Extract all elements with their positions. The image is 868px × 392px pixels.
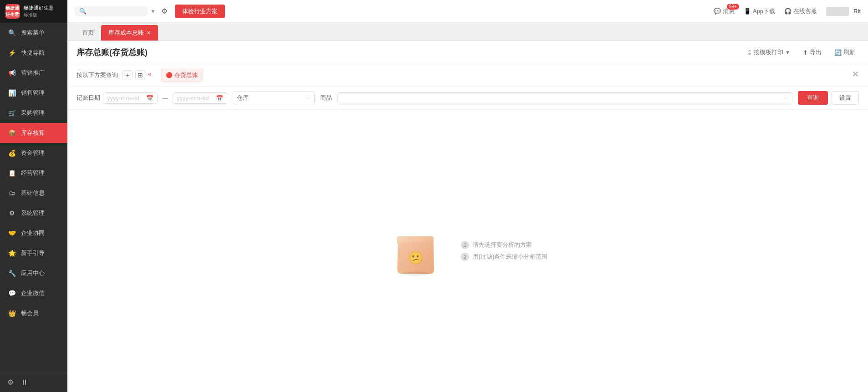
filter-row: 记账日期 yyyy-mm-dd 📅 — yyyy-mm-dd 📅 仓库 ··· bbox=[67, 87, 868, 110]
main-area: 🔍 ▼ ⚙ 体验行业方案 💬 消息 99+ 📱 App下载 🎧 在线客服 bbox=[67, 0, 868, 392]
date-label: 记账日期 bbox=[77, 94, 100, 102]
search-icon: 🔍 bbox=[79, 8, 87, 15]
tab-home[interactable]: 首页 bbox=[75, 25, 101, 41]
query-button[interactable]: 查询 bbox=[798, 91, 828, 105]
phone-icon: 📱 bbox=[744, 8, 751, 15]
settings-button[interactable]: 设置 bbox=[832, 91, 859, 105]
tab-close-icon[interactable]: ✕ bbox=[147, 31, 151, 36]
sidebar-item-label: 快捷导航 bbox=[21, 49, 45, 57]
warehouse-input[interactable]: 仓库 ··· bbox=[233, 92, 315, 104]
sidebar-item-label: 企业微信 bbox=[21, 289, 45, 297]
calendar-end-icon[interactable]: 📅 bbox=[216, 95, 223, 102]
wechat-icon: 💬 bbox=[7, 289, 16, 298]
date-start-input[interactable]: yyyy-mm-dd 📅 bbox=[103, 92, 158, 104]
sidebar-item-enterprise-wechat[interactable]: 💬 企业微信 bbox=[0, 283, 67, 303]
empty-tip-2: 2 用[过滤]条件来缩小分析范围 bbox=[461, 253, 547, 261]
sidebar-item-label: 资金管理 bbox=[21, 149, 45, 157]
newcomer-icon: 🌟 bbox=[7, 249, 16, 258]
sidebar-item-inventory[interactable]: 📦 库存核算 bbox=[0, 123, 67, 143]
sidebar-item-app-center[interactable]: 🔧 应用中心 bbox=[0, 263, 67, 283]
refresh-label: 刷新 bbox=[843, 48, 855, 56]
filter-add-btn[interactable]: + bbox=[123, 70, 133, 80]
print-template-btn[interactable]: 🖨 按模板打印 ▼ bbox=[742, 46, 794, 58]
refresh-btn[interactable]: 🔄 刷新 bbox=[831, 46, 859, 58]
topbar-dropdown-arrow[interactable]: ▼ bbox=[150, 8, 156, 15]
tab-inventory-ledger-label: 库存成本总账 bbox=[108, 29, 144, 37]
sidebar-item-label: 畅会员 bbox=[21, 309, 39, 317]
sidebar-item-enterprise[interactable]: 🤝 企业协同 bbox=[0, 223, 67, 243]
tip-num-2: 2 bbox=[461, 253, 469, 261]
sidebar-logo: 畅捷通好生意 畅捷通好生意 标准版 bbox=[0, 0, 67, 23]
warehouse-more-icon[interactable]: ··· bbox=[306, 95, 311, 101]
sidebar-item-label: 营销推广 bbox=[21, 69, 45, 77]
date-field: 记账日期 yyyy-mm-dd 📅 — yyyy-mm-dd 📅 bbox=[77, 92, 227, 104]
sidebar-item-system[interactable]: ⚙ 系统管理 bbox=[0, 203, 67, 223]
goods-more-icon[interactable]: ··· bbox=[784, 95, 788, 101]
sidebar-item-basic-info[interactable]: 🗂 基础信息 bbox=[0, 183, 67, 203]
basic-info-icon: 🗂 bbox=[7, 188, 16, 198]
box-shadow bbox=[402, 272, 429, 275]
warehouse-label: 仓库 bbox=[237, 94, 249, 102]
tab-inventory-ledger[interactable]: 库存成本总账 ✕ bbox=[101, 25, 158, 41]
sidebar-item-label: 基础信息 bbox=[21, 189, 45, 197]
empty-tips: 1 请先选择要分析的方案 2 用[过滤]条件来缩小分析范围 bbox=[461, 241, 547, 261]
empty-content: 😕 1 请先选择要分析的方案 2 用[过滤]条件来缩小分析范围 bbox=[388, 228, 547, 274]
filter-actions: + ⊞ « bbox=[123, 70, 152, 80]
purchase-icon: 🛒 bbox=[7, 108, 16, 117]
sidebar-item-finance[interactable]: 💰 资金管理 bbox=[0, 143, 67, 163]
user-avatar-placeholder bbox=[826, 7, 849, 16]
tip-num-1: 1 bbox=[461, 241, 469, 249]
topbar-gear-icon[interactable]: ⚙ bbox=[161, 7, 168, 15]
page-header: 库存总账(存货总账) 🖨 按模板打印 ▼ ⬆ 导出 🔄 刷新 bbox=[67, 41, 868, 64]
app-center-icon: 🔧 bbox=[7, 269, 16, 278]
industry-btn[interactable]: 体验行业方案 bbox=[175, 5, 225, 18]
filter-label: 按以下方案查询 bbox=[77, 71, 118, 79]
settings-footer-icon[interactable]: ⚙ bbox=[7, 378, 14, 387]
search-bar[interactable]: 🔍 bbox=[75, 6, 148, 16]
app-name: 畅捷通好生意 bbox=[24, 5, 54, 11]
sidebar-item-search[interactable]: 🔍 搜索菜单 bbox=[0, 23, 67, 43]
sidebar-nav: 🔍 搜索菜单 ⚡ 快捷导航 📢 营销推广 📊 销售管理 🛒 采购管理 📦 库存核… bbox=[0, 23, 67, 372]
page-title: 库存总账(存货总账) bbox=[77, 47, 148, 58]
content-close-btn[interactable]: ✕ bbox=[852, 69, 859, 79]
message-icon: 💬 bbox=[714, 8, 721, 15]
sidebar-item-newcomer[interactable]: 🌟 新手引导 bbox=[0, 243, 67, 263]
export-icon: ⬆ bbox=[803, 49, 808, 56]
date-separator: — bbox=[162, 95, 168, 102]
empty-state: 😕 1 请先选择要分析的方案 2 用[过滤]条件来缩小分析范围 bbox=[67, 110, 868, 392]
online-support-item[interactable]: 🎧 在线客服 bbox=[784, 7, 817, 15]
sidebar-item-label: 采购管理 bbox=[21, 109, 45, 117]
audio-icon[interactable]: ⏸ bbox=[21, 378, 28, 387]
tabbar: 首页 库存成本总账 ✕ bbox=[67, 23, 868, 41]
sidebar-item-quick-nav[interactable]: ⚡ 快捷导航 bbox=[0, 43, 67, 63]
search-icon: 🔍 bbox=[7, 28, 16, 37]
filter-right-buttons: 查询 设置 bbox=[798, 91, 859, 105]
box-face: 😕 bbox=[398, 242, 434, 274]
sidebar-item-marketing[interactable]: 📢 营销推广 bbox=[0, 63, 67, 83]
sidebar-item-sales[interactable]: 📊 销售管理 bbox=[0, 83, 67, 103]
sidebar-item-label: 经营管理 bbox=[21, 169, 45, 177]
date-end-input[interactable]: yyyy-mm-dd 📅 bbox=[173, 92, 227, 104]
filter-selected: 🔴 存货总账 bbox=[161, 69, 203, 81]
sidebar-item-vip[interactable]: 👑 畅会员 bbox=[0, 303, 67, 323]
vip-icon: 👑 bbox=[7, 309, 16, 318]
app-download-item[interactable]: 📱 App下载 bbox=[744, 7, 775, 15]
message-item[interactable]: 💬 消息 99+ bbox=[714, 7, 735, 15]
topbar-right: 💬 消息 99+ 📱 App下载 🎧 在线客服 Rit bbox=[714, 7, 861, 16]
sidebar: 畅捷通好生意 畅捷通好生意 标准版 🔍 搜索菜单 ⚡ 快捷导航 📢 营销推广 📊… bbox=[0, 0, 67, 392]
filter-view-btn[interactable]: ⊞ bbox=[135, 70, 145, 80]
date-start-placeholder: yyyy-mm-dd bbox=[107, 95, 139, 102]
calendar-start-icon[interactable]: 📅 bbox=[146, 95, 153, 102]
goods-input[interactable]: ··· bbox=[337, 92, 792, 103]
goods-label: 商品 bbox=[320, 94, 332, 102]
user-info[interactable]: Rit bbox=[826, 7, 861, 16]
app-download-label: App下载 bbox=[753, 7, 775, 15]
quick-nav-icon: ⚡ bbox=[7, 48, 16, 57]
filter-collapse-btn[interactable]: « bbox=[148, 70, 152, 80]
export-btn[interactable]: ⬆ 导出 bbox=[799, 46, 825, 58]
filter-chip-scheme[interactable]: 🔴 存货总账 bbox=[161, 69, 203, 81]
logo-icon: 畅捷通好生意 bbox=[5, 4, 20, 19]
sidebar-item-purchase[interactable]: 🛒 采购管理 bbox=[0, 103, 67, 123]
tip-text-2: 用[过滤]条件来缩小分析范围 bbox=[473, 253, 547, 261]
sidebar-item-operations[interactable]: 📋 经营管理 bbox=[0, 163, 67, 183]
